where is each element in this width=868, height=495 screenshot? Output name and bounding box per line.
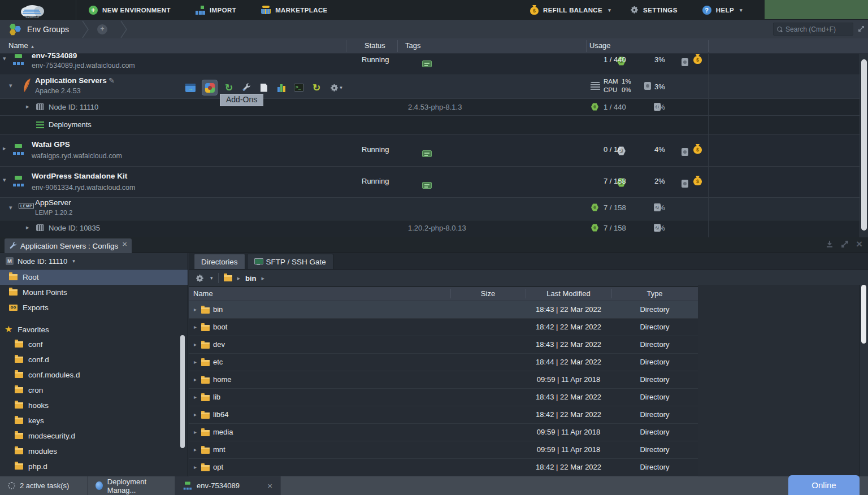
chevron-right-icon[interactable]: ▸ xyxy=(194,359,197,365)
new-environment-button[interactable]: + NEW ENVIRONMENT xyxy=(76,0,183,20)
chevron-right-icon[interactable]: ▸ xyxy=(26,103,29,110)
node-id[interactable]: Node ID: 10835 xyxy=(49,224,100,232)
path-segment[interactable]: bin xyxy=(245,274,257,283)
chevron-right-icon[interactable]: ▸ xyxy=(3,145,6,152)
column-tags[interactable]: Tags xyxy=(405,41,420,50)
deployment-manager-tab[interactable]: Deployment Manag... xyxy=(88,476,175,495)
promo-banner[interactable] xyxy=(765,0,868,19)
file-column-type[interactable]: Type xyxy=(611,289,698,298)
env-domain[interactable]: wafaigps.ryd.wafaicloud.com xyxy=(32,152,122,160)
env-row-wordpress-kit[interactable]: ▾ WordPress Standalone Kit env-9061334.r… xyxy=(0,167,868,198)
favorite-modules[interactable]: modules xyxy=(0,444,188,459)
config-button[interactable] xyxy=(240,81,253,94)
log-button[interactable] xyxy=(258,81,270,94)
sidebar-item-exports[interactable]: Exports xyxy=(0,300,188,315)
open-in-browser-button[interactable] xyxy=(184,81,197,94)
sidebar-item-root[interactable]: Root xyxy=(0,270,188,285)
close-icon[interactable]: × xyxy=(122,239,127,249)
download-icon[interactable] xyxy=(826,240,834,248)
file-column-name[interactable]: Name xyxy=(193,289,213,298)
chevron-down-icon[interactable]: ▾ xyxy=(3,55,6,62)
restart-button[interactable]: ↻ xyxy=(223,81,235,94)
layer-row-appserver[interactable]: ▾ LEMP AppServer LEMP 1.20.2 7 / 158 2% xyxy=(0,198,868,220)
search-input[interactable] xyxy=(785,25,848,33)
chevron-right-icon[interactable]: ▸ xyxy=(194,394,197,400)
redeploy-button[interactable]: ↻ xyxy=(310,81,323,94)
favorite-conf-modules-d[interactable]: conf.modules.d xyxy=(0,367,188,383)
chevron-right-icon[interactable]: ▸ xyxy=(194,306,197,312)
column-status[interactable]: Status xyxy=(364,41,385,50)
layer-name[interactable]: AppServer xyxy=(35,198,71,207)
billing-icon[interactable] xyxy=(693,144,702,154)
expand-icon[interactable] xyxy=(841,240,849,248)
tab-directories[interactable]: Directories xyxy=(194,254,245,269)
online-chat-button[interactable]: Online xyxy=(788,475,860,495)
env-name[interactable]: WordPress Standalone Kit xyxy=(32,172,127,180)
favorite-conf-d[interactable]: conf.d xyxy=(0,352,188,367)
file-list-scrollbar[interactable] xyxy=(859,285,868,476)
sidebar-scrollbar-thumb[interactable] xyxy=(180,335,185,448)
import-button[interactable]: IMPORT xyxy=(183,0,249,20)
env-name[interactable]: Wafai GPS xyxy=(32,140,70,149)
favorite-cron[interactable]: cron xyxy=(0,383,188,398)
scrollbar-thumb[interactable] xyxy=(861,285,866,344)
statistics-button[interactable] xyxy=(275,81,288,94)
chevron-right-icon[interactable]: ▸ xyxy=(194,324,197,330)
close-icon[interactable]: × xyxy=(267,481,272,490)
configs-panel-tab[interactable]: Application Servers : Configs × xyxy=(5,238,132,253)
favorite-hooks[interactable]: hooks xyxy=(0,398,188,413)
file-column-modified[interactable]: Last Modified xyxy=(526,289,611,298)
env-domain[interactable]: env-7534089.jed.wafaicloud.com xyxy=(32,62,135,70)
favorite-modsecurity-d[interactable]: modsecurity.d xyxy=(0,428,188,444)
node-row-11110[interactable]: ▸ Node ID: 11110 2.4.53-php-8.1.3 1 / 44… xyxy=(0,99,868,116)
settings-button[interactable]: SETTINGS xyxy=(618,0,690,20)
favorite-php-d[interactable]: php.d xyxy=(0,459,188,474)
billing-icon[interactable] xyxy=(693,176,702,185)
layer-row-application-servers[interactable]: ▾ Application Servers ✎ Apache 2.4.53 ↻ xyxy=(0,75,868,99)
env-domain[interactable]: env-9061334.ryd.wafaicloud.com xyxy=(32,184,135,192)
tag-icon[interactable] xyxy=(422,150,432,157)
node-selector[interactable]: M Node ID: 11110 ▾ xyxy=(0,253,188,270)
addons-button[interactable] xyxy=(202,80,218,95)
tab-sftp-ssh-gate[interactable]: SFTP / SSH Gate xyxy=(247,254,333,269)
chevron-right-icon[interactable]: ▸ xyxy=(194,464,197,470)
chevron-down-icon[interactable]: ▾ xyxy=(9,204,12,211)
file-column-size[interactable]: Size xyxy=(450,289,526,298)
scrollbar-thumb[interactable] xyxy=(861,59,867,231)
breadcrumb-env-groups[interactable]: Env Groups xyxy=(27,25,69,34)
wafaicloud-logo[interactable]: wafaicloud xyxy=(0,0,76,20)
tag-icon[interactable] xyxy=(422,60,432,67)
favorite-conf[interactable]: conf xyxy=(0,337,188,352)
layer-name[interactable]: Application Servers xyxy=(35,76,107,85)
favorite-keys[interactable]: keys xyxy=(0,413,188,428)
active-tasks-button[interactable]: 2 active task(s) xyxy=(0,476,88,495)
tag-icon[interactable] xyxy=(422,182,432,189)
chevron-right-icon[interactable]: ▸ xyxy=(194,341,197,348)
billing-icon[interactable] xyxy=(693,54,702,64)
close-icon[interactable]: × xyxy=(856,241,862,248)
add-group-button[interactable]: + xyxy=(97,24,107,34)
root-folder-icon[interactable] xyxy=(224,275,232,281)
deployments-row[interactable]: Deployments xyxy=(0,116,868,134)
env-row-wafai-gps[interactable]: ▸ Wafai GPS wafaigps.ryd.wafaicloud.com … xyxy=(0,134,868,167)
chevron-right-icon[interactable]: ▸ xyxy=(194,429,197,435)
env-name[interactable]: env-7534089 xyxy=(32,51,77,60)
chevron-down-icon[interactable]: ▾ xyxy=(210,275,213,281)
env-row-7534089[interactable]: ▾ env-7534089 env-7534089.jed.wafaicloud… xyxy=(0,54,868,75)
chevron-right-icon[interactable]: ▸ xyxy=(194,411,197,418)
deployments-label[interactable]: Deployments xyxy=(49,120,92,129)
refill-balance-button[interactable]: REFILL BALANCE ▾ xyxy=(518,0,618,20)
edit-icon[interactable]: ✎ xyxy=(108,76,115,85)
column-name[interactable]: Name ▴ xyxy=(8,41,34,50)
chevron-right-icon[interactable]: ▸ xyxy=(194,376,197,383)
env-list-scrollbar[interactable] xyxy=(860,54,868,237)
gear-icon[interactable] xyxy=(196,274,204,283)
collapse-search-icon[interactable] xyxy=(858,25,865,32)
web-ssh-button[interactable]: >_ xyxy=(293,81,305,94)
chevron-right-icon[interactable]: ▸ xyxy=(194,446,197,453)
layer-settings-button[interactable]: ▾ xyxy=(328,81,345,94)
sidebar-item-mount-points[interactable]: Mount Points xyxy=(0,285,188,300)
favorites-header[interactable]: ★ Favorites xyxy=(0,322,188,337)
marketplace-button[interactable]: MARKETPLACE xyxy=(249,0,340,20)
column-usage[interactable]: Usage xyxy=(589,41,611,50)
